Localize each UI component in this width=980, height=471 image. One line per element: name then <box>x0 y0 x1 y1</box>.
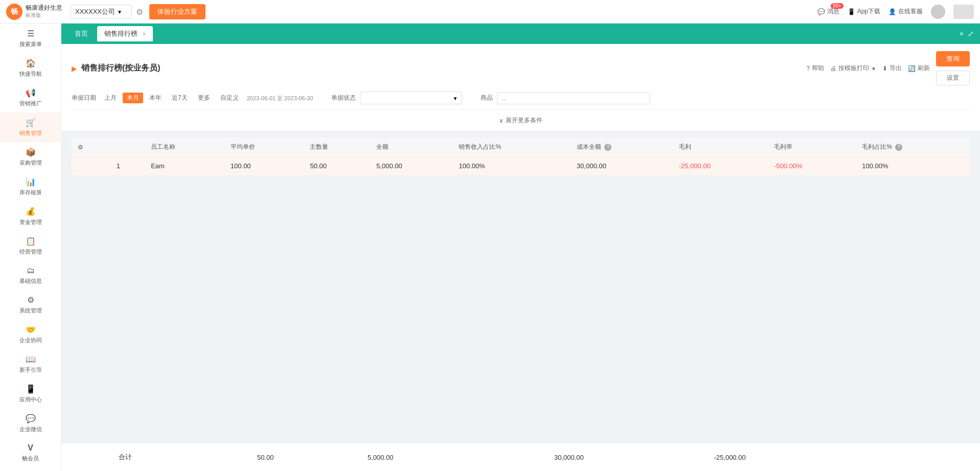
date-opt-last-month[interactable]: 上月 <box>100 93 121 103</box>
footer-amount: 5,000.00 <box>361 448 507 466</box>
goods-select[interactable]: ... <box>497 92 650 104</box>
service-label: 在线客服 <box>898 7 923 16</box>
tab-home[interactable]: 首页 <box>67 26 95 41</box>
avatar[interactable] <box>931 5 945 19</box>
status-select-arrow <box>452 94 458 102</box>
print-button[interactable]: 🖨 按模板打印 <box>830 64 876 73</box>
sidebar-item-finance[interactable]: 💰 资金管理 <box>0 201 61 231</box>
window-close-button[interactable]: × <box>960 30 964 38</box>
goods-filter-label: 商品 <box>481 94 493 102</box>
cell-cost: 30,000.00 <box>571 157 673 175</box>
company-selector[interactable]: XXXXXX公司 <box>71 5 132 19</box>
refresh-icon: 🔄 <box>908 65 916 72</box>
sidebar-item-label: 企业协同 <box>19 337 42 344</box>
message-badge: 99+ <box>831 3 844 9</box>
online-service-button[interactable]: 👤 在线客服 <box>888 7 923 16</box>
brand-name: 畅康通好生意 <box>26 4 62 12</box>
window-expand-button[interactable]: ⤢ <box>968 30 974 38</box>
finance-icon: 💰 <box>26 207 36 216</box>
col-profit-rate: 毛利率 <box>768 138 856 157</box>
topbar-gear-icon[interactable]: ⚙ <box>136 7 145 16</box>
print-dropdown-icon <box>871 65 876 72</box>
sidebar-item-label: 基础信息 <box>19 277 42 285</box>
sidebar-item-system[interactable]: ⚙ 系统管理 <box>0 290 61 320</box>
sidebar-item-marketing[interactable]: 📢 营销推广 <box>0 83 61 113</box>
app-download-button[interactable]: 📱 App下载 <box>848 7 880 16</box>
table-settings-icon[interactable]: ⚙ <box>78 144 83 151</box>
system-icon: ⚙ <box>27 295 34 305</box>
message-icon: 💬 <box>817 8 825 15</box>
service-icon: 👤 <box>888 8 896 15</box>
sidebar-item-member[interactable]: V 畅会员 <box>0 438 61 467</box>
col-settings[interactable]: ⚙ <box>72 138 110 157</box>
date-opt-custom[interactable]: 自定义 <box>216 93 243 103</box>
trial-button[interactable]: 体验行业方案 <box>149 4 206 19</box>
sidebar-item-management[interactable]: 📋 经营管理 <box>0 231 61 261</box>
expand-more-row: ∨ 展开更多条件 <box>72 109 970 131</box>
sidebar-item-guide[interactable]: 📖 新手引导 <box>0 349 61 379</box>
sidebar-item-basic-info[interactable]: 🗂 基础信息 <box>0 261 61 290</box>
sidebar-item-label: 新手引导 <box>19 366 42 374</box>
date-opt-this-year[interactable]: 本年 <box>145 93 166 103</box>
tab-sales-rank[interactable]: 销售排行榜 × <box>97 26 153 41</box>
sidebar-item-purchase[interactable]: 📦 采购管理 <box>0 142 61 172</box>
tab-close-icon[interactable]: × <box>143 31 146 37</box>
table-footer: 合计 50.00 5,000.00 30,000.00 -25,000.00 <box>61 443 980 471</box>
cell-name: Eam <box>145 157 224 175</box>
sales-rank-tab-label: 销售排行榜 <box>104 29 138 38</box>
expand-more-button[interactable]: ∨ 展开更多条件 <box>493 113 549 128</box>
brand-logo: 畅 畅康通好生意 标准版 <box>6 4 62 20</box>
col-amount: 全额 <box>370 138 452 157</box>
date-opt-7days[interactable]: 近7天 <box>168 93 192 103</box>
company-dropdown-icon <box>117 8 122 15</box>
expand-arrow-icon[interactable]: ▶ <box>72 64 77 73</box>
help-button[interactable]: ? 帮助 <box>806 64 824 73</box>
col-sales-pct: 销售收入占比% <box>452 138 571 157</box>
cost-tip-icon[interactable]: ? <box>604 144 611 151</box>
company-name: XXXXXX公司 <box>75 7 115 16</box>
refresh-label: 刷新 <box>918 64 930 73</box>
header-actions: ? 帮助 🖨 按模板打印 ⬇ 导出 🔄 <box>806 51 970 85</box>
brand-subtitle: 标准版 <box>26 12 62 19</box>
sidebar-item-quick-nav[interactable]: 🏠 快捷导航 <box>0 53 61 83</box>
top-bar: 畅 畅康通好生意 标准版 XXXXXX公司 ⚙ 体验行业方案 💬 消息 99+ … <box>0 0 980 24</box>
col-profit-pct: 毛利占比% ? <box>856 138 970 157</box>
profit-pct-tip-icon[interactable]: ? <box>895 144 902 151</box>
top-right-area: 💬 消息 99+ 📱 App下载 👤 在线客服 <box>817 5 974 19</box>
help-label: 帮助 <box>812 64 824 73</box>
home-icon: 🏠 <box>26 58 36 68</box>
date-opt-this-month[interactable]: 本月 <box>123 93 143 103</box>
inventory-icon: 📊 <box>26 177 36 187</box>
col-avg-price: 平均单价 <box>224 138 304 157</box>
col-quantity: 主数量 <box>304 138 370 157</box>
enterprise-icon: 🤝 <box>26 325 36 334</box>
print-icon: 🖨 <box>830 65 836 72</box>
cell-quantity: 50.00 <box>304 157 370 175</box>
date-options: 上月 本月 本年 近7天 更多 自定义 <box>100 93 243 103</box>
sidebar-item-enterprise[interactable]: 🤝 企业协同 <box>0 320 61 349</box>
sidebar-item-sales[interactable]: 🛒 销售管理 <box>0 113 61 142</box>
app-center-icon: 📱 <box>26 384 36 394</box>
sidebar-item-wechat[interactable]: 💬 企业微信 <box>0 409 61 438</box>
table-row: 1 Eam 100.00 50.00 5,000.00 100.00% 30,0… <box>72 157 970 175</box>
sidebar-bottom: ⚙ ◀ <box>0 467 61 471</box>
date-opt-more[interactable]: 更多 <box>194 93 214 103</box>
sidebar-item-label: 营销推广 <box>19 100 42 107</box>
home-tab-label: 首页 <box>75 29 88 38</box>
sidebar-item-label: 采购管理 <box>19 159 42 167</box>
sidebar-item-label: 库存核算 <box>19 189 42 196</box>
sidebar-item-app-center[interactable]: 📱 应用中心 <box>0 379 61 409</box>
app-icon: 📱 <box>848 8 855 15</box>
settings-button[interactable]: 设置 <box>936 71 970 85</box>
footer-cost: 30,000.00 <box>548 448 708 466</box>
query-button[interactable]: 查询 <box>936 51 970 66</box>
date-range-display: 2023-06-01 至 2023-06-30 <box>247 95 313 102</box>
sidebar-item-search[interactable]: ☰ 搜索菜单 <box>0 24 61 53</box>
refresh-button[interactable]: 🔄 刷新 <box>908 64 930 73</box>
message-button[interactable]: 💬 消息 99+ <box>817 7 839 16</box>
sidebar-item-inventory[interactable]: 📊 库存核算 <box>0 172 61 201</box>
cell-amount: 5,000.00 <box>370 157 452 175</box>
status-select[interactable] <box>360 92 462 104</box>
sidebar-item-label: 快捷导航 <box>19 70 42 78</box>
export-button[interactable]: ⬇ 导出 <box>882 64 902 73</box>
